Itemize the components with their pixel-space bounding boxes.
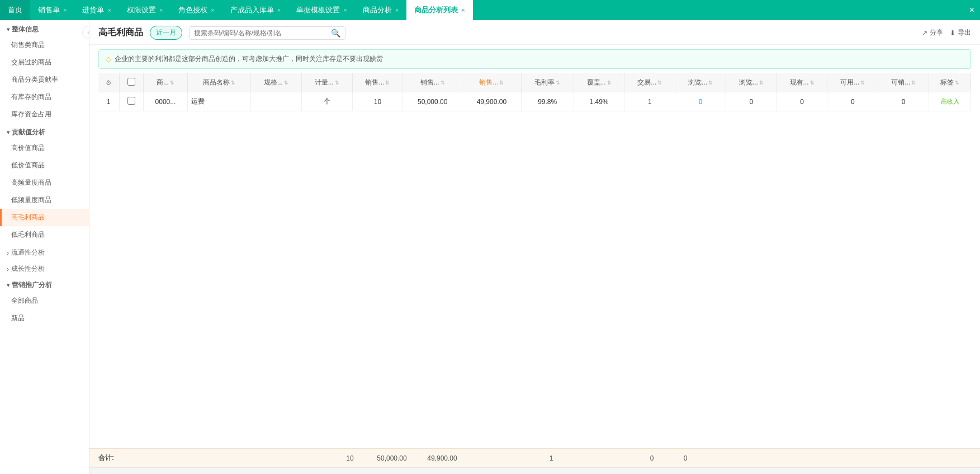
nav-product-analysis[interactable]: 商品分析 × [355, 0, 406, 20]
nav-role-permissions-close[interactable]: × [211, 7, 214, 13]
nav-permission-settings-close[interactable]: × [159, 7, 163, 13]
time-filter-button[interactable]: 近一月 [150, 26, 182, 40]
select-all-checkbox[interactable] [127, 78, 135, 86]
info-banner: ◇ 企业的主要的利润都是这部分商品创造的，可考虑加大推广，同时关注库存是不要出现… [98, 49, 971, 69]
col-tag[interactable]: 标签 ⇅ [929, 73, 971, 92]
sort-icon-browse1: ⇅ [708, 80, 713, 86]
sidebar-item-sales-goods[interactable]: 销售类商品 [0, 36, 89, 54]
sidebar-item-high-freq[interactable]: 高频量度商品 [0, 174, 89, 191]
row-sales-cost: 49,900.00 [462, 92, 522, 111]
sidebar-group-overall-info[interactable]: ▾ 整体信息 [0, 20, 89, 36]
data-table-wrapper: ⚙ 商... ⇅ 商品名称 [89, 73, 980, 448]
table-row: 1 0000... 运费 个 10 50,000.00 49,900.00 99… [98, 92, 971, 111]
row-code: 0000... [143, 92, 187, 111]
footer-sales-amount: 50,000.00 [367, 454, 417, 462]
nav-sales-order-close[interactable]: × [63, 7, 67, 13]
col-gross-margin[interactable]: 毛利率 ⇅ [521, 73, 574, 92]
col-available1[interactable]: 现有... ⇅ [777, 73, 827, 92]
group-arrow-wealth: ▾ [7, 129, 10, 135]
sidebar-item-new-goods[interactable]: 新品 [0, 309, 89, 327]
sidebar-item-low-margin[interactable]: 低毛利商品 [0, 226, 89, 243]
sidebar-item-inventory-goods[interactable]: 有库存的商品 [0, 88, 89, 106]
tag-label: 高收入 [941, 98, 959, 105]
footer-label: 合计: [98, 453, 132, 463]
sort-icon-name: ⇅ [231, 80, 235, 86]
row-checkbox[interactable] [127, 97, 135, 105]
nav-product-entry-close[interactable]: × [277, 7, 281, 13]
sort-icon-browse2: ⇅ [759, 80, 764, 86]
nav-home[interactable]: 首页 [0, 0, 30, 20]
row-coverage: 1.49% [574, 92, 624, 111]
col-transactions[interactable]: 交易... ⇅ [624, 73, 675, 92]
footer-cells: 10 50,000.00 49,900.00 1 0 0 [132, 454, 971, 462]
row-sellable: 0 [878, 92, 929, 111]
nav-product-analysis-list[interactable]: 商品分析列表 × [406, 0, 472, 20]
sort-icon-available1: ⇅ [810, 80, 815, 86]
sidebar-item-traded-goods[interactable]: 交易过的商品 [0, 54, 89, 71]
horizontal-scrollbar[interactable] [89, 467, 980, 474]
nav-product-analysis-close[interactable]: × [395, 7, 399, 13]
col-available2[interactable]: 可用... ⇅ [827, 73, 878, 92]
sort-icon-transactions: ⇅ [657, 80, 662, 86]
col-coverage[interactable]: 覆盖... ⇅ [574, 73, 624, 92]
share-button[interactable]: ↗ 分享 [922, 28, 943, 37]
nav-permission-settings[interactable]: 权限设置 × [119, 0, 171, 20]
search-input[interactable] [194, 29, 331, 37]
sidebar-group-flow-analysis[interactable]: › 流通性分析 [0, 243, 89, 260]
nav-purchase-order-close[interactable]: × [107, 7, 111, 13]
row-name: 运费 [188, 92, 251, 111]
sidebar-item-high-margin[interactable]: 高毛利商品 [0, 209, 89, 226]
share-icon: ↗ [922, 29, 927, 37]
nav-order-template-close[interactable]: × [343, 7, 347, 13]
table-header-row: ⚙ 商... ⇅ 商品名称 [98, 73, 971, 92]
sidebar-item-low-freq[interactable]: 低频量度商品 [0, 191, 89, 209]
sidebar-item-high-value[interactable]: 高价值商品 [0, 139, 89, 157]
group-arrow-growth: › [7, 265, 9, 273]
sort-icon-sales-qty: ⇅ [385, 80, 390, 86]
sidebar-group-wealth-analysis[interactable]: ▾ 贡献值分析 [0, 123, 89, 139]
col-name[interactable]: 商品名称 ⇅ [188, 73, 251, 92]
row-transactions: 1 [624, 92, 675, 111]
sort-icon-unit: ⇅ [335, 80, 339, 86]
sidebar-item-low-value[interactable]: 低价值商品 [0, 157, 89, 174]
group-arrow-marketing: ▾ [7, 282, 10, 288]
col-browse2[interactable]: 浏览... ⇅ [726, 73, 777, 92]
nav-purchase-order[interactable]: 进货单 × [74, 0, 119, 20]
sidebar-item-inventory-capital[interactable]: 库存资金占用 [0, 106, 89, 123]
col-code[interactable]: 商... ⇅ [143, 73, 187, 92]
nav-product-entry[interactable]: 产成品入库单 × [222, 0, 288, 20]
content-area: 高毛利商品 近一月 🔍 ↗ 分享 ⬇ 导出 ◇ 企业的主要的利润都是这部分商品创… [89, 20, 980, 474]
col-sales-qty[interactable]: 销售... ⇅ [352, 73, 403, 92]
col-sellable[interactable]: 可销... ⇅ [878, 73, 929, 92]
footer-summary: 合计: 10 50,000.00 49,900.00 1 0 0 [89, 448, 980, 467]
col-browse1[interactable]: 浏览... ⇅ [675, 73, 726, 92]
row-available2: 0 [827, 92, 878, 111]
settings-icon[interactable]: ⚙ [106, 79, 112, 87]
row-browse1[interactable]: 0 [675, 92, 726, 111]
sidebar-item-all-goods[interactable]: 全部商品 [0, 292, 89, 309]
col-settings[interactable]: ⚙ [98, 73, 119, 92]
row-sales-qty: 10 [352, 92, 403, 111]
nav-sales-order[interactable]: 销售单 × [30, 0, 74, 20]
search-icon[interactable]: 🔍 [331, 29, 340, 37]
col-sales-amount[interactable]: 销售... ⇅ [403, 73, 462, 92]
sidebar-group-marketing-analysis[interactable]: ▾ 营销推广分析 [0, 276, 89, 292]
nav-product-analysis-list-close[interactable]: × [461, 7, 465, 13]
row-sales-amount: 50,000.00 [403, 92, 462, 111]
close-all-button[interactable]: × [969, 5, 980, 15]
header-actions: ↗ 分享 ⬇ 导出 [922, 28, 971, 37]
content-header: 高毛利商品 近一月 🔍 ↗ 分享 ⬇ 导出 [89, 20, 980, 45]
export-button[interactable]: ⬇ 导出 [950, 28, 971, 37]
nav-role-permissions[interactable]: 角色授权 × [171, 0, 222, 20]
col-checkbox[interactable] [119, 73, 143, 92]
col-sales-cost[interactable]: 销售... ⇅ [462, 73, 522, 92]
col-unit[interactable]: 计量... ⇅ [301, 73, 352, 92]
sort-icon-sellable: ⇅ [911, 80, 916, 86]
sidebar-group-growth-analysis[interactable]: › 成长性分析 [0, 260, 89, 276]
nav-order-template[interactable]: 单据模板设置 × [288, 0, 354, 20]
sidebar-item-goods-contribution[interactable]: 商品分类贡献率 [0, 71, 89, 88]
col-spec[interactable]: 规格... ⇅ [251, 73, 302, 92]
search-box: 🔍 [189, 26, 345, 40]
browse1-link[interactable]: 0 [699, 98, 703, 106]
row-checkbox-cell[interactable] [119, 92, 143, 111]
